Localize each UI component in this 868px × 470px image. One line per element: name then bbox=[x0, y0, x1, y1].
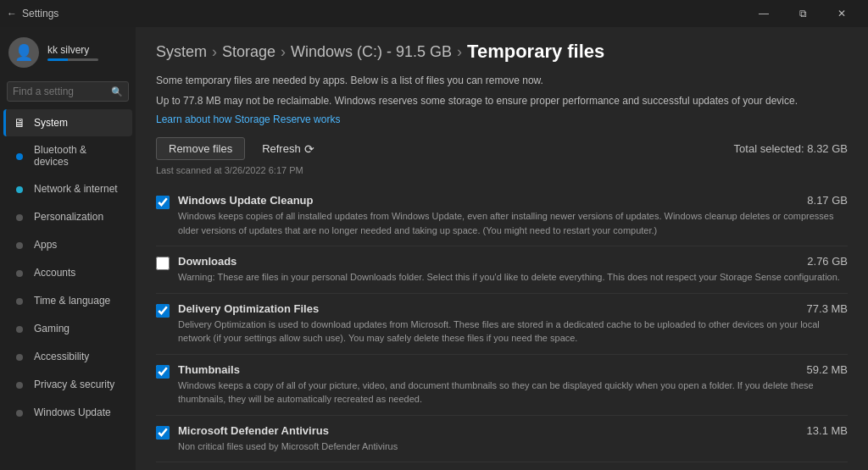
refresh-icon: ⟳ bbox=[304, 142, 314, 156]
username: kk silvery bbox=[47, 44, 98, 56]
file-item-3: Thumbnails59.2 MBWindows keeps a copy of… bbox=[156, 355, 848, 416]
breadcrumb-item-1[interactable]: Storage bbox=[222, 43, 275, 61]
file-item-2: Delivery Optimization Files77.3 MBDelive… bbox=[156, 294, 848, 355]
refresh-label: Refresh bbox=[262, 142, 301, 155]
search-icon: 🔍 bbox=[111, 86, 123, 97]
nav-icon-personalization bbox=[12, 210, 27, 224]
file-desc-3: Windows keeps a copy of all of your pict… bbox=[178, 379, 848, 406]
sidebar: 👤 kk silvery 🔍 🖥SystemBluetooth & device… bbox=[0, 27, 136, 470]
file-size-3: 59.2 MB bbox=[807, 363, 848, 376]
file-name-3: Thumbnails bbox=[178, 363, 240, 376]
file-header-3: Thumbnails59.2 MB bbox=[178, 363, 848, 376]
file-header-4: Microsoft Defender Antivirus13.1 MB bbox=[178, 424, 848, 437]
description-1: Some temporary files are needed by apps.… bbox=[156, 73, 848, 88]
maximize-button[interactable]: ⧉ bbox=[783, 0, 822, 27]
nav-label-gaming: Gaming bbox=[34, 323, 70, 335]
search-box[interactable]: 🔍 bbox=[7, 81, 129, 102]
nav-label-system: System bbox=[34, 117, 68, 129]
app-title: Settings bbox=[22, 8, 58, 19]
nav-label-accessibility: Accessibility bbox=[34, 351, 89, 362]
search-input[interactable] bbox=[13, 86, 109, 97]
file-checkbox-4[interactable] bbox=[156, 426, 170, 440]
nav-icon-time bbox=[12, 294, 27, 307]
sidebar-item-system[interactable]: 🖥System bbox=[3, 109, 132, 136]
sidebar-item-time[interactable]: Time & language bbox=[3, 287, 132, 314]
avatar-icon: 👤 bbox=[14, 43, 33, 62]
nav-icon-network bbox=[12, 182, 27, 196]
nav-label-network: Network & internet bbox=[34, 183, 118, 195]
breadcrumb: System›Storage›Windows (C:) - 91.5 GB›Te… bbox=[156, 41, 848, 63]
breadcrumb-sep-0: › bbox=[212, 43, 217, 61]
action-bar: Remove files Refresh ⟳ Total selected: 8… bbox=[156, 137, 848, 160]
title-bar: ← Settings — ⧉ ✕ bbox=[0, 0, 868, 27]
file-info-2: Delivery Optimization Files77.3 MBDelive… bbox=[178, 302, 848, 346]
sidebar-item-gaming[interactable]: Gaming bbox=[3, 315, 132, 342]
file-name-0: Windows Update Cleanup bbox=[178, 194, 314, 207]
file-name-4: Microsoft Defender Antivirus bbox=[178, 424, 329, 437]
last-scanned: Last scanned at 3/26/2022 6:17 PM bbox=[156, 165, 848, 175]
file-checkbox-2[interactable] bbox=[156, 304, 170, 318]
sidebar-item-bluetooth[interactable]: Bluetooth & devices bbox=[3, 137, 132, 174]
nav-label-accounts: Accounts bbox=[34, 267, 75, 279]
file-name-1: Downloads bbox=[178, 255, 236, 268]
breadcrumb-item-3: Temporary files bbox=[467, 41, 604, 63]
nav-list: 🖥SystemBluetooth & devicesNetwork & inte… bbox=[0, 108, 136, 427]
file-info-1: Downloads2.76 GBWarning: These are files… bbox=[178, 255, 848, 285]
sidebar-item-accounts[interactable]: Accounts bbox=[3, 259, 132, 286]
file-desc-1: Warning: These are files in your persona… bbox=[178, 270, 848, 285]
main-layout: 👤 kk silvery 🔍 🖥SystemBluetooth & device… bbox=[0, 27, 868, 470]
sidebar-item-accessibility[interactable]: Accessibility bbox=[3, 343, 132, 370]
breadcrumb-sep-1: › bbox=[281, 43, 286, 61]
title-bar-left: ← Settings bbox=[7, 8, 58, 19]
back-icon[interactable]: ← bbox=[7, 8, 17, 19]
file-size-0: 8.17 GB bbox=[807, 194, 848, 207]
description-2: Up to 77.8 MB may not be reclaimable. Wi… bbox=[156, 93, 848, 108]
file-checkbox-3[interactable] bbox=[156, 365, 170, 379]
nav-label-personalization: Personalization bbox=[34, 211, 103, 223]
content-area: System›Storage›Windows (C:) - 91.5 GB›Te… bbox=[136, 27, 868, 470]
file-checkbox-0[interactable] bbox=[156, 196, 170, 209]
user-profile[interactable]: 👤 kk silvery bbox=[0, 27, 136, 78]
nav-label-time: Time & language bbox=[34, 295, 110, 307]
nav-icon-system: 🖥 bbox=[12, 116, 27, 130]
file-item-5: Temporary Internet Files6.23 MBThe Tempo… bbox=[156, 462, 848, 470]
file-checkbox-1[interactable] bbox=[156, 257, 170, 270]
breadcrumb-sep-2: › bbox=[457, 43, 462, 61]
nav-icon-accessibility bbox=[12, 350, 27, 363]
learn-link[interactable]: Learn about how Storage Reserve works bbox=[156, 113, 848, 125]
title-bar-controls: — ⧉ ✕ bbox=[744, 0, 861, 27]
sidebar-item-personalization[interactable]: Personalization bbox=[3, 203, 132, 230]
file-info-4: Microsoft Defender Antivirus13.1 MBNon c… bbox=[178, 424, 848, 454]
file-desc-2: Delivery Optimization is used to downloa… bbox=[178, 318, 848, 346]
file-list: Windows Update Cleanup8.17 GBWindows kee… bbox=[156, 185, 848, 470]
file-size-2: 77.3 MB bbox=[807, 302, 848, 315]
close-button[interactable]: ✕ bbox=[822, 0, 861, 27]
nav-label-bluetooth: Bluetooth & devices bbox=[34, 144, 124, 168]
refresh-button[interactable]: Refresh ⟳ bbox=[253, 138, 323, 160]
file-size-4: 13.1 MB bbox=[807, 424, 848, 437]
nav-icon-apps bbox=[12, 238, 27, 252]
breadcrumb-item-2[interactable]: Windows (C:) - 91.5 GB bbox=[291, 43, 452, 61]
sidebar-item-network[interactable]: Network & internet bbox=[3, 175, 132, 202]
minimize-button[interactable]: — bbox=[744, 0, 783, 27]
file-info-0: Windows Update Cleanup8.17 GBWindows kee… bbox=[178, 194, 848, 237]
nav-label-privacy: Privacy & security bbox=[34, 379, 114, 390]
file-name-2: Delivery Optimization Files bbox=[178, 302, 319, 315]
file-info-3: Thumbnails59.2 MBWindows keeps a copy of… bbox=[178, 363, 848, 406]
file-item-1: Downloads2.76 GBWarning: These are files… bbox=[156, 246, 848, 294]
sidebar-item-privacy[interactable]: Privacy & security bbox=[3, 371, 132, 398]
breadcrumb-item-0[interactable]: System bbox=[156, 43, 207, 61]
user-progress-bar bbox=[47, 58, 98, 61]
file-header-2: Delivery Optimization Files77.3 MB bbox=[178, 302, 848, 315]
file-desc-0: Windows keeps copies of all installed up… bbox=[178, 209, 848, 237]
remove-files-button[interactable]: Remove files bbox=[156, 137, 245, 160]
nav-icon-gaming bbox=[12, 322, 27, 335]
file-header-1: Downloads2.76 GB bbox=[178, 255, 848, 268]
sidebar-item-apps[interactable]: Apps bbox=[3, 231, 132, 258]
nav-icon-winupdate bbox=[12, 406, 27, 419]
sidebar-item-winupdate[interactable]: Windows Update bbox=[3, 399, 132, 426]
user-info: kk silvery bbox=[47, 44, 98, 61]
nav-label-winupdate: Windows Update bbox=[34, 406, 111, 418]
file-header-0: Windows Update Cleanup8.17 GB bbox=[178, 194, 848, 207]
total-selected: Total selected: 8.32 GB bbox=[734, 142, 848, 155]
